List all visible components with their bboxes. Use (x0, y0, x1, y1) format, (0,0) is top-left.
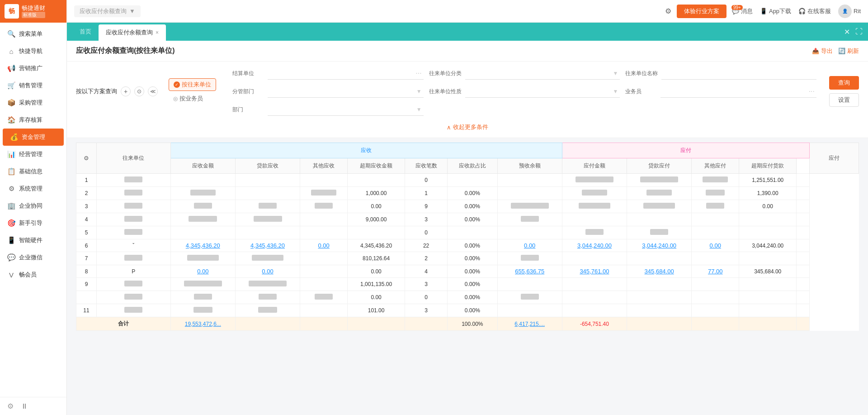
sidebar-item-search[interactable]: 🔍 搜索菜单 (0, 25, 66, 43)
filter-scheme-salesman[interactable]: ◎ 按业务员 (169, 93, 216, 105)
cell-prepaid-balance (497, 213, 562, 226)
breadcrumb-chevron-icon[interactable]: ▼ (129, 8, 135, 14)
manage-dept-input[interactable] (269, 88, 415, 95)
filter-field-salesman: 业务员 ··· (625, 85, 816, 98)
sidebar-item-base[interactable]: 📋 基础信息 (0, 163, 66, 180)
category-chevron-icon[interactable]: ▼ (613, 70, 618, 76)
jiesuan-input[interactable] (269, 70, 414, 76)
cell-no: 11 (76, 304, 97, 317)
sidebar-item-purchase[interactable]: 📦 采购管理 (0, 94, 66, 111)
total-prepaid-balance[interactable]: 6,417,215.... (497, 317, 562, 331)
cell-other-payable: 0.00 (692, 239, 739, 252)
unit-name-input-wrap[interactable] (661, 67, 816, 80)
cell-loan-payable (627, 200, 692, 213)
cell-overdue-payable: 3,044,240.00 (739, 239, 797, 252)
cell-no: 9 (76, 278, 97, 291)
category-input[interactable] (467, 70, 611, 76)
unit-nature-chevron-icon[interactable]: ▼ (613, 88, 618, 95)
dept-label: 部门 (232, 106, 264, 114)
unit-nature-input-wrap[interactable]: ▼ (465, 85, 620, 98)
topbar-gear-icon[interactable]: ⚙ (665, 7, 671, 15)
cell-overdue-receivable: 0.00 (348, 291, 405, 304)
cell-num[interactable]: 4,345,436.20 (186, 242, 220, 249)
tab-home[interactable]: 首页 (72, 24, 99, 39)
sidebar-item-corp[interactable]: 🏢 企业协同 (0, 197, 66, 215)
dept-input[interactable] (269, 106, 415, 113)
sidebar-item-operation[interactable]: 📊 经营管理 (0, 146, 66, 163)
manage-dept-input-wrap[interactable]: ▼ (268, 85, 424, 98)
cell-num[interactable]: 77.00 (708, 268, 723, 275)
filter-scheme-partner[interactable]: ✓ 按往来单位 (169, 78, 216, 91)
sidebar-item-sales[interactable]: 🛒 销售管理 (0, 77, 66, 94)
sidebar-item-quick[interactable]: ⌂ 快捷导航 (0, 43, 66, 60)
cell-payable-amount (562, 226, 627, 239)
settings-gear-icon[interactable]: ⚙ (7, 402, 14, 410)
cell-receivable-amount (170, 291, 235, 304)
cell-overdue-receivable: 4,345,436.20 (348, 239, 405, 252)
salesman-input[interactable] (662, 88, 807, 95)
sidebar-item-member[interactable]: V 畅会员 (0, 266, 66, 283)
manage-dept-chevron-icon[interactable]: ▼ (416, 88, 422, 95)
sidebar-item-system[interactable]: ⚙ 系统管理 (0, 180, 66, 197)
message-item[interactable]: 💬 99+ 消息 (732, 7, 753, 15)
dept-chevron-icon[interactable]: ▼ (416, 106, 422, 113)
maximize-icon[interactable]: ⛶ (855, 28, 863, 36)
table-settings-icon[interactable]: ⚙ (81, 153, 92, 164)
filter-settings-button[interactable]: ⊙ (134, 86, 144, 96)
cell-other-payable (692, 200, 739, 213)
cell-num[interactable]: 0.00 (262, 268, 273, 275)
sidebar-item-stock[interactable]: 🏠 库存核算 (0, 111, 66, 129)
user-area[interactable]: 👤 Rit (838, 5, 861, 18)
cell-no: 1 (76, 174, 97, 187)
cell-receivable-ratio: 0.00% (448, 213, 497, 226)
salesman-pick-icon[interactable]: ··· (809, 87, 815, 95)
refresh-button[interactable]: 🔄 刷新 (838, 47, 859, 55)
stock-icon: 🏠 (7, 116, 15, 124)
close-window-icon[interactable]: ✕ (844, 28, 850, 36)
category-input-wrap[interactable]: ▼ (465, 67, 620, 80)
service-item[interactable]: 🎧 在线客服 (798, 7, 831, 15)
sidebar-item-hardware[interactable]: 📱 智能硬件 (0, 232, 66, 249)
cell-other-payable (692, 174, 739, 187)
filter-add-button[interactable]: + (121, 86, 131, 96)
sidebar-item-finance[interactable]: 💰 资金管理 (3, 129, 64, 146)
unit-nature-input[interactable] (467, 88, 611, 95)
cell-num[interactable]: 655,636.75 (515, 268, 544, 275)
sidebar-item-guide[interactable]: 🎯 新手引导 (0, 215, 66, 232)
cell-overdue-payable (739, 226, 797, 239)
cell-num[interactable]: 4,345,436.20 (250, 242, 285, 249)
page-actions: 📤 导出 🔄 刷新 (812, 47, 859, 55)
sidebar-item-wechat[interactable]: 💬 企业微信 (0, 249, 66, 266)
query-button[interactable]: 查询 (829, 76, 859, 90)
settings-button[interactable]: 设置 (829, 93, 859, 107)
jiesuan-pick-icon[interactable]: ··· (415, 69, 421, 77)
cell-other-receivable (300, 200, 348, 213)
content-header: 应收应付余额查询(按往来单位) 📤 导出 🔄 刷新 (67, 41, 868, 62)
scheme-label-1: 按业务员 (179, 95, 203, 103)
unit-name-input[interactable] (663, 70, 815, 76)
cell-num[interactable]: 345,761.00 (580, 268, 609, 275)
cell-loan-payable (627, 226, 692, 239)
tab-current[interactable]: 应收应付余额查询 × (99, 24, 166, 41)
collapse-icon[interactable]: ⏸ (21, 402, 28, 410)
cell-num[interactable]: 3,044,240.00 (577, 242, 612, 249)
sidebar-item-marketing[interactable]: 📢 营销推广 (0, 60, 66, 77)
export-button[interactable]: 📤 导出 (812, 47, 833, 55)
cell-num[interactable]: 0.00 (710, 242, 721, 249)
app-download-item[interactable]: 📱 App下载 (760, 7, 791, 15)
jiesuan-input-wrap[interactable]: ··· (268, 67, 424, 80)
dept-input-wrap[interactable]: ▼ (268, 103, 424, 116)
cell-partner: ˇ (97, 239, 171, 252)
cell-num[interactable]: 345,684.00 (645, 268, 674, 275)
filter-scheme-collapse-button[interactable]: ≪ (148, 86, 158, 96)
total-receivable-amount[interactable]: 19,553,472,6... (170, 317, 235, 331)
salesman-input-wrap[interactable]: ··· (660, 85, 816, 98)
wechat-icon: 💬 (7, 253, 15, 262)
cell-num[interactable]: 0.00 (524, 242, 535, 249)
solution-button[interactable]: 体验行业方案 (677, 5, 726, 18)
cell-num[interactable]: 3,044,240.00 (642, 242, 676, 249)
tab-close-icon[interactable]: × (156, 29, 159, 36)
cell-num[interactable]: 0.00 (197, 268, 208, 275)
cell-num[interactable]: 0.00 (318, 242, 329, 249)
collapse-more-button[interactable]: ∧ 收起更多条件 (447, 123, 488, 131)
